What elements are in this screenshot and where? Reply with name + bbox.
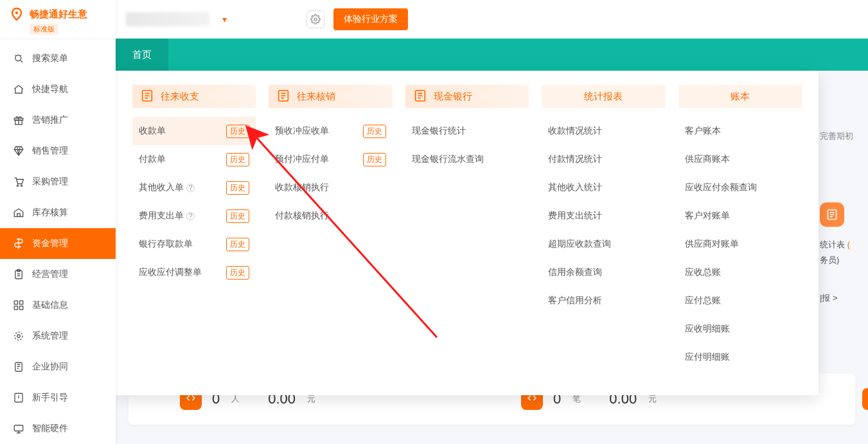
brand-logo-icon	[9, 6, 24, 22]
history-tag[interactable]: 历史	[226, 238, 249, 251]
help-icon[interactable]: ?	[186, 212, 195, 220]
menu-item-label: 应付明细账	[685, 351, 730, 363]
settings-button[interactable]	[306, 10, 324, 28]
sidebar-item-10[interactable]: 企业协同	[0, 351, 116, 382]
menu-item[interactable]: 供应商对账单	[678, 230, 802, 258]
quicklink-1[interactable]: 统计表 (	[820, 237, 868, 253]
menu-item[interactable]: 费用支出单?历史	[132, 202, 256, 230]
menu-item-label: 其他收入单?	[139, 182, 195, 193]
menu-item[interactable]: 应收总账	[678, 258, 802, 287]
history-tag[interactable]: 历史	[226, 181, 249, 195]
menu-item-label: 供应商对账单	[685, 238, 739, 250]
megamenu-col-3: 统计报表收款情况统计付款情况统计其他收入统计费用支出统计超期应收款查询信用余额查…	[535, 85, 671, 381]
menu-item[interactable]: 信用余额查询	[542, 258, 665, 287]
history-tag[interactable]: 历史	[226, 266, 249, 280]
side-menu: 搜索菜单快捷导航营销推广销售管理采购管理库存核算资金管理经营管理基础信息系统管理…	[0, 39, 116, 444]
svg-rect-8	[14, 301, 17, 304]
sidebar-item-label: 企业协同	[32, 361, 68, 373]
sidebar-item-2[interactable]: 营销推广	[0, 105, 116, 136]
menu-item[interactable]: 超期应收款查询	[542, 230, 665, 258]
menu-item-label: 应收总账	[685, 267, 721, 278]
megamenu-col-0: 往来收支收款单历史付款单历史其他收入单?历史费用支出单?历史银行存取款单历史应收…	[126, 85, 262, 381]
menu-item-label: 现金银行统计	[412, 125, 466, 137]
menu-item[interactable]: 费用支出统计	[542, 202, 665, 230]
menu-item[interactable]: 客户对账单	[678, 202, 802, 230]
sidebar-item-4[interactable]: 采购管理	[0, 166, 116, 197]
menu-item[interactable]: 预收冲应收单历史	[269, 117, 392, 145]
sidebar-item-label: 经营管理	[32, 269, 68, 280]
menu-item-label: 应付总账	[685, 295, 721, 306]
svg-rect-9	[20, 301, 23, 304]
menu-item[interactable]: 应收应付余额查询	[678, 173, 802, 202]
menu-item[interactable]: 应付总账	[678, 287, 802, 315]
sidebar-item-9[interactable]: 系统管理	[0, 321, 116, 351]
svg-point-17	[314, 18, 317, 21]
menu-item[interactable]: 收款情况统计	[542, 117, 665, 145]
menu-item[interactable]: 付款情况统计	[542, 145, 665, 173]
menu-item[interactable]: 客户信用分析	[542, 287, 665, 315]
svg-rect-14	[15, 362, 22, 371]
sidebar-item-6[interactable]: 资金管理	[0, 228, 116, 259]
history-tag[interactable]: 历史	[226, 209, 249, 223]
menu-item[interactable]: 应收应付调整单历史	[132, 258, 256, 287]
menu-item[interactable]: 客户账本	[678, 117, 802, 145]
history-tag[interactable]: 历史	[363, 125, 386, 138]
history-tag[interactable]: 历史	[363, 153, 386, 166]
menu-item[interactable]: 其他收入统计	[542, 173, 665, 202]
menu-item-label: 应收明细账	[685, 323, 730, 335]
grid-icon	[13, 299, 24, 311]
sidebar-item-label: 采购管理	[32, 176, 68, 188]
sidebar-item-label: 库存核算	[32, 207, 68, 218]
brand-name: 畅捷通好生意	[30, 8, 87, 21]
sidebar-item-7[interactable]: 经营管理	[0, 259, 116, 290]
sidebar-item-8[interactable]: 基础信息	[0, 290, 116, 321]
quicklink-3[interactable]: |报 >	[820, 290, 868, 306]
menu-item[interactable]: 应收明细账	[678, 315, 802, 343]
menu-item-label: 客户账本	[685, 125, 721, 137]
doc-icon	[276, 89, 290, 105]
menu-item[interactable]: 银行存取款单历史	[132, 230, 256, 258]
quicklink-2[interactable]: 务员)	[820, 253, 868, 269]
sidebar-item-0[interactable]: 搜索菜单	[0, 43, 116, 74]
menu-item[interactable]: 其他收入单?历史	[132, 173, 256, 202]
doc-icon	[413, 89, 427, 105]
menu-item-label: 应收应付余额查询	[685, 182, 757, 193]
sidebar-item-1[interactable]: 快捷导航	[0, 74, 116, 105]
menu-item[interactable]: 应付明细账	[678, 343, 802, 371]
help-icon[interactable]: ?	[186, 184, 195, 192]
hint-complete[interactable]: 完善期初	[820, 129, 868, 145]
org-name-blurred[interactable]	[126, 12, 209, 26]
sidebar-item-12[interactable]: 智能硬件	[0, 413, 116, 444]
menu-item[interactable]: 现金银行流水查询	[405, 145, 529, 173]
col-title: 现金银行	[434, 91, 472, 103]
megamenu-panel: 往来收支收款单历史付款单历史其他收入单?历史费用支出单?历史银行存取款单历史应收…	[116, 71, 819, 395]
menu-item[interactable]: 收款核销执行	[269, 173, 392, 202]
sidebar-item-label: 营销推广	[32, 114, 68, 126]
megamenu-col-header: 现金银行	[405, 85, 529, 108]
menu-item-label: 付款核销执行	[275, 210, 329, 222]
clipboard-icon	[13, 269, 24, 280]
history-tag[interactable]: 历史	[226, 125, 249, 138]
menu-item[interactable]: 付款核销执行	[269, 202, 392, 230]
sidebar-item-3[interactable]: 销售管理	[0, 136, 116, 166]
menu-item[interactable]: 预付冲应付单历史	[269, 145, 392, 173]
menu-item-label: 付款情况统计	[548, 154, 602, 165]
sidebar-item-11[interactable]: 新手引导	[0, 382, 116, 413]
quicklink-chip-icon[interactable]	[820, 202, 844, 227]
tab-home[interactable]: 首页	[116, 39, 168, 71]
menu-item-label: 其他收入统计	[548, 182, 602, 193]
cta-button[interactable]: 体验行业方案	[333, 8, 408, 30]
edition-tag: 标准版	[30, 24, 58, 35]
sidebar-item-5[interactable]: 库存核算	[0, 197, 116, 228]
menu-item-label: 供应商账本	[685, 154, 730, 165]
menu-item[interactable]: 收款单历史	[132, 117, 256, 145]
menu-item[interactable]: 现金银行统计	[405, 117, 529, 145]
svg-rect-16	[14, 425, 23, 431]
menu-item[interactable]: 供应商账本	[678, 145, 802, 173]
cart-icon	[13, 176, 24, 188]
history-tag[interactable]: 历史	[226, 153, 249, 166]
menu-item[interactable]: 付款单历史	[132, 145, 256, 173]
diamond-icon	[13, 145, 24, 157]
menu-item-label: 超期应收款查询	[548, 238, 611, 250]
chevron-down-icon[interactable]: ▾	[218, 14, 231, 24]
